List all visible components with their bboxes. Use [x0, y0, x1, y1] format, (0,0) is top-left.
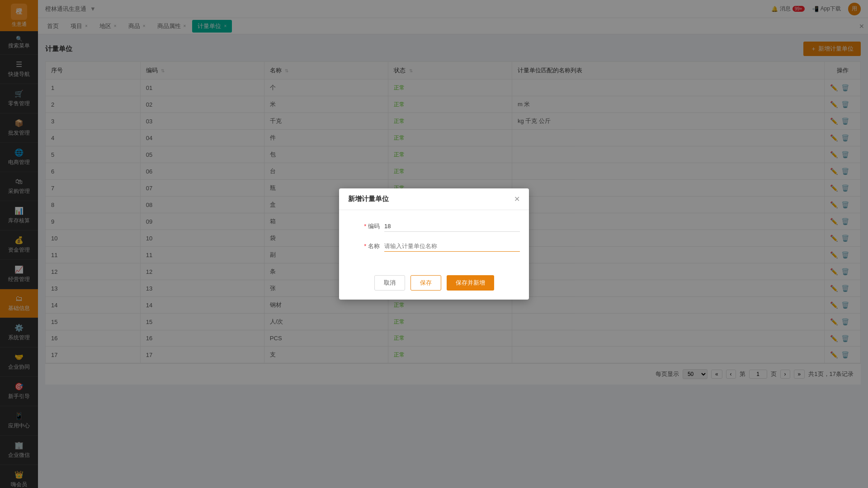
- form-row-code: 编码: [348, 221, 520, 232]
- code-label: 编码: [348, 222, 380, 230]
- modal-title: 新增计量单位: [348, 195, 389, 203]
- code-input[interactable]: [384, 221, 520, 232]
- modal-close-button[interactable]: ✕: [514, 195, 520, 203]
- save-and-new-button[interactable]: 保存并新增: [447, 275, 494, 291]
- add-unit-modal: 新增计量单位 ✕ 编码 名称 取消 保存 保存并新增: [339, 188, 529, 300]
- modal-footer: 取消 保存 保存并新增: [339, 270, 529, 300]
- cancel-button[interactable]: 取消: [374, 275, 405, 291]
- form-row-name: 名称: [348, 241, 520, 252]
- modal-header: 新增计量单位 ✕: [339, 188, 529, 210]
- name-label: 名称: [348, 242, 380, 250]
- modal-overlay: 新增计量单位 ✕ 编码 名称 取消 保存 保存并新增: [0, 0, 868, 488]
- name-input[interactable]: [384, 241, 520, 252]
- save-button[interactable]: 保存: [410, 275, 441, 291]
- modal-body: 编码 名称: [339, 210, 529, 270]
